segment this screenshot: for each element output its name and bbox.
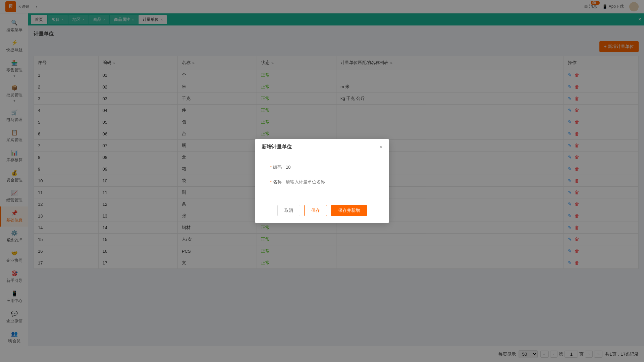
form-code-label: 编码	[262, 164, 282, 170]
modal-body: 编码 名称	[255, 155, 389, 201]
add-unit-modal: 新增计量单位 × 编码 名称 取消 保存 保存并新增	[255, 139, 389, 223]
modal-title: 新增计量单位	[262, 144, 292, 150]
form-code-input[interactable]	[286, 163, 382, 171]
modal-header: 新增计量单位 ×	[255, 139, 389, 155]
modal-close-button[interactable]: ×	[379, 144, 382, 150]
modal-save-new-button[interactable]: 保存并新增	[331, 205, 367, 216]
modal-cancel-button[interactable]: 取消	[277, 205, 300, 216]
modal-save-button[interactable]: 保存	[304, 205, 327, 216]
form-item-name: 名称	[262, 178, 382, 186]
modal-footer: 取消 保存 保存并新增	[255, 201, 389, 223]
form-name-label: 名称	[262, 179, 282, 185]
form-name-input[interactable]	[286, 178, 382, 186]
modal-overlay: 新增计量单位 × 编码 名称 取消 保存 保存并新增	[0, 0, 644, 362]
form-item-code: 编码	[262, 163, 382, 171]
